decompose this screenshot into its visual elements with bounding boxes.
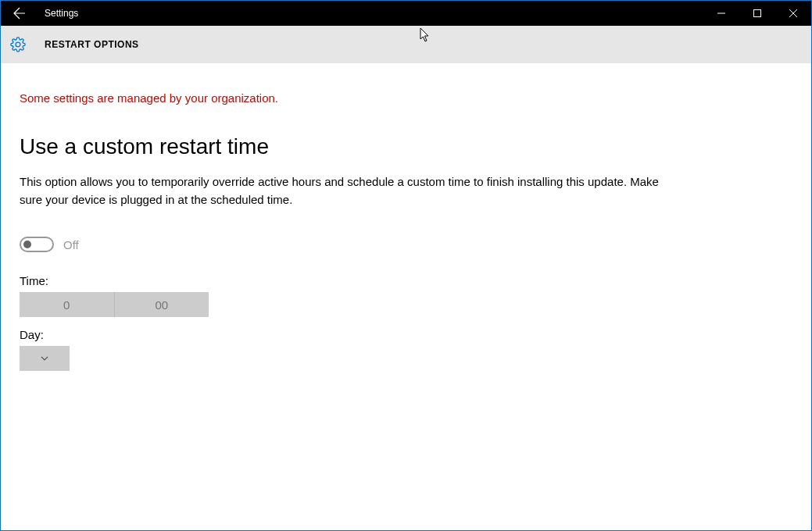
section-description: This option allows you to temporarily ov… [20, 173, 660, 208]
custom-restart-toggle[interactable] [20, 237, 54, 252]
day-label: Day: [20, 328, 792, 341]
back-button[interactable] [1, 1, 38, 26]
organization-notice: Some settings are managed by your organi… [20, 91, 792, 105]
gear-icon [10, 37, 26, 52]
toggle-row: Off [20, 237, 792, 252]
content-area: Some settings are managed by your organi… [1, 63, 811, 390]
section-heading: Use a custom restart time [20, 134, 792, 159]
time-minute-cell[interactable]: 00 [115, 292, 209, 317]
time-picker[interactable]: 0 00 [20, 292, 209, 317]
window-title: Settings [45, 8, 78, 19]
time-hour-cell[interactable]: 0 [20, 292, 115, 317]
day-picker[interactable] [20, 346, 70, 371]
page-title: RESTART OPTIONS [45, 39, 139, 50]
time-label: Time: [20, 274, 792, 287]
svg-rect-1 [754, 10, 761, 17]
minimize-icon [717, 9, 725, 17]
close-button[interactable] [775, 1, 811, 26]
close-icon [789, 9, 797, 17]
toggle-knob [23, 241, 31, 248]
toggle-state-label: Off [63, 238, 79, 251]
window-controls [703, 1, 811, 26]
titlebar: Settings [1, 1, 811, 26]
subheader: RESTART OPTIONS [1, 26, 811, 63]
minimize-button[interactable] [703, 1, 739, 26]
back-arrow-icon [13, 7, 26, 20]
maximize-button[interactable] [739, 1, 775, 26]
chevron-down-icon [40, 354, 49, 363]
maximize-icon [753, 9, 761, 17]
